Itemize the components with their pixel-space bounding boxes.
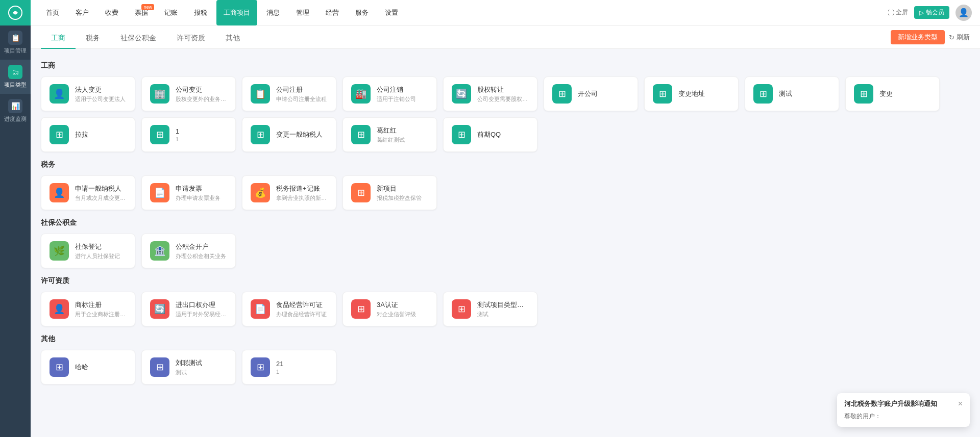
card-title-3-1: 进出口权办理 — [176, 300, 227, 310]
card-3-0[interactable]: 👤商标注册用于企业商标注册服务 — [41, 292, 135, 326]
card-1-2[interactable]: 💰税务报道+记账拿到营业执照的新公司 — [242, 175, 336, 210]
card-text-0-8: 变更 — [879, 89, 931, 98]
card-title-2-1: 公积金开户 — [176, 242, 227, 251]
new-badge: new — [141, 4, 154, 10]
card-1-1[interactable]: 📄申请发票办理申请发票业务 — [141, 175, 236, 210]
card-text-3-3: 3A认证对企业信誉评级 — [377, 300, 428, 318]
add-business-type-button[interactable]: 新增业务类型 — [891, 30, 945, 44]
sidebar-item-project-types[interactable]: 🗂 项目类型 — [0, 60, 31, 94]
card-icon-0-7: ⊞ — [753, 84, 773, 104]
card-title-3-3: 3A认证 — [377, 300, 428, 310]
refresh-button[interactable]: ↻ 刷新 — [949, 33, 970, 42]
card-text-0-4: 股权转让公司变更需要股权转让 — [477, 85, 529, 103]
card-4-1[interactable]: ⊞刘聪测试测试 — [141, 350, 236, 384]
card-title-0-6: 变更地址 — [678, 89, 730, 98]
card-2-0[interactable]: 🌿社保登记进行人员社保登记 — [41, 234, 135, 268]
card-0-0[interactable]: 👤法人变更适用于公司变更法人 — [41, 76, 135, 111]
card-title-0-13: 前期QQ — [477, 130, 529, 139]
card-0-7[interactable]: ⊞测试 — [745, 76, 839, 111]
sidebar-item-project-management[interactable]: 📋 项目管理 — [0, 25, 31, 60]
card-icon-1-1: 📄 — [150, 183, 169, 202]
card-text-4-0: 哈哈 — [75, 363, 127, 372]
card-icon-1-3: ⊞ — [351, 183, 371, 202]
card-text-3-1: 进出口权办理适用于对外贸易经营者 — [176, 300, 227, 318]
tab-other[interactable]: 其他 — [215, 29, 250, 49]
vip-button[interactable]: ▷ 畅会员 — [914, 6, 949, 19]
avatar[interactable]: 👤 — [955, 5, 972, 21]
card-2-1[interactable]: 🏦公积金开户办理公积金相关业务 — [141, 234, 236, 268]
card-text-1-2: 税务报道+记账拿到营业执照的新公司 — [276, 184, 328, 202]
card-0-1[interactable]: 🏢公司变更股权变更外的业务变更 — [141, 76, 236, 111]
card-0-9[interactable]: ⊞拉拉 — [41, 117, 135, 152]
card-1-0[interactable]: 👤申请一般纳税人当月或次月成变更完成 — [41, 175, 135, 210]
progress-monitor-icon: 📊 — [8, 99, 22, 113]
card-icon-3-1: 🔄 — [150, 299, 169, 319]
nav-settings[interactable]: 设置 — [378, 0, 405, 25]
notification-popup: 河北税务数字账户升级影响通知 × 尊敬的用户： — [837, 393, 970, 427]
card-0-6[interactable]: ⊞变更地址 — [644, 76, 739, 111]
card-0-11[interactable]: ⊞变更一般纳税人 — [242, 117, 336, 152]
card-4-0[interactable]: ⊞哈哈 — [41, 350, 135, 384]
nav-home[interactable]: 首页 — [39, 0, 66, 25]
tab-business[interactable]: 工商 — [41, 29, 76, 49]
card-text-0-9: 拉拉 — [75, 130, 127, 139]
card-icon-0-1: 🏢 — [150, 84, 169, 104]
project-management-icon: 📋 — [8, 31, 22, 45]
fullscreen-button[interactable]: ⛶ 全屏 — [888, 8, 908, 17]
tabs-actions: 新增业务类型 ↻ 刷新 — [891, 30, 970, 48]
card-icon-0-2: 📋 — [251, 84, 270, 104]
card-text-3-0: 商标注册用于企业商标注册服务 — [75, 300, 127, 318]
app-logo[interactable] — [0, 0, 31, 25]
card-text-0-10: 11 — [176, 127, 227, 142]
notification-close-button[interactable]: × — [958, 399, 963, 408]
nav-business-project[interactable]: 工商项目 — [216, 0, 257, 25]
card-icon-1-2: 💰 — [251, 183, 270, 202]
card-3-2[interactable]: 📄食品经营许可证办理食品经营许可证 — [242, 292, 336, 326]
fullscreen-icon: ⛶ — [888, 9, 894, 16]
nav-messages[interactable]: 消息 — [259, 0, 287, 25]
card-icon-3-4: ⊞ — [452, 299, 471, 319]
tab-social-fund[interactable]: 社保公积金 — [110, 29, 166, 49]
card-0-8[interactable]: ⊞变更 — [845, 76, 940, 111]
card-desc-1-2: 拿到营业执照的新公司 — [276, 194, 328, 202]
vip-icon: ▷ — [919, 9, 924, 16]
card-icon-2-0: 🌿 — [50, 241, 69, 261]
nav-tax[interactable]: 报税 — [187, 0, 214, 25]
card-0-3[interactable]: 🏭公司注销适用于注销公司 — [342, 76, 437, 111]
section-title-2: 社保公积金 — [41, 218, 970, 227]
card-text-4-1: 刘聪测试测试 — [176, 358, 227, 376]
nav-bookkeeping[interactable]: 记账 — [157, 0, 185, 25]
card-1-3[interactable]: ⊞新项目报税加税控盘保管 — [342, 175, 437, 210]
card-icon-0-8: ⊞ — [854, 84, 873, 104]
card-icon-3-2: 📄 — [251, 299, 270, 319]
card-3-4[interactable]: ⊞测试项目类型目定义测试 — [443, 292, 537, 326]
card-0-13[interactable]: ⊞前期QQ — [443, 117, 537, 152]
card-0-4[interactable]: 🔄股权转让公司变更需要股权转让 — [443, 76, 537, 111]
tab-tax[interactable]: 税务 — [76, 29, 110, 49]
nav-service[interactable]: 服务 — [348, 0, 376, 25]
card-desc-0-2: 申请公司注册全流程 — [276, 95, 328, 103]
card-0-5[interactable]: ⊞开公司 — [544, 76, 638, 111]
nav-billing[interactable]: 收费 — [98, 0, 126, 25]
card-title-0-7: 测试 — [779, 89, 830, 98]
card-0-2[interactable]: 📋公司注册申请公司注册全流程 — [242, 76, 336, 111]
card-0-12[interactable]: ⊞葛红红葛红红测试 — [342, 117, 437, 152]
nav-operations[interactable]: 经营 — [318, 0, 346, 25]
card-4-2[interactable]: ⊞211 — [242, 350, 336, 384]
notification-body: 尊敬的用户： — [844, 412, 963, 421]
tab-license[interactable]: 许可资质 — [166, 29, 215, 49]
card-icon-0-4: 🔄 — [452, 84, 471, 104]
card-3-1[interactable]: 🔄进出口权办理适用于对外贸易经营者 — [141, 292, 236, 326]
nav-management[interactable]: 管理 — [289, 0, 316, 25]
section-title-3: 许可资质 — [41, 276, 970, 286]
card-desc-0-10: 1 — [176, 136, 227, 142]
nav-client[interactable]: 客户 — [68, 0, 96, 25]
card-title-0-8: 变更 — [879, 89, 931, 98]
sidebar-item-progress-monitor[interactable]: 📊 进度监测 — [0, 94, 31, 128]
card-0-10[interactable]: ⊞11 — [141, 117, 236, 152]
card-3-3[interactable]: ⊞3A认证对企业信誉评级 — [342, 292, 437, 326]
card-desc-3-0: 用于企业商标注册服务 — [75, 311, 127, 318]
card-icon-3-0: 👤 — [50, 299, 69, 319]
nav-tickets[interactable]: 票据 new — [128, 0, 155, 25]
card-desc-0-12: 葛红红测试 — [377, 136, 428, 144]
